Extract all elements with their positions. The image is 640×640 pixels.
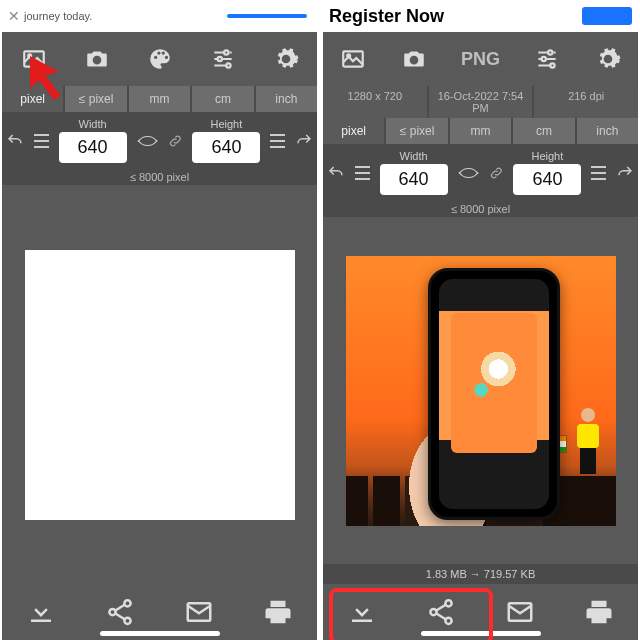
- size-bar: Width 640 Height 640: [323, 144, 638, 201]
- unit-pixel[interactable]: pixel: [323, 118, 384, 144]
- svg-point-4: [226, 63, 230, 67]
- image-meta: 1280 x 720 16-Oct-2022 7:54 PM 216 dpi: [323, 86, 638, 118]
- mail-icon[interactable]: [184, 597, 214, 627]
- width-label: Width: [400, 150, 428, 162]
- redo-icon[interactable]: [295, 130, 313, 152]
- unit-cm[interactable]: cm: [513, 118, 574, 144]
- screenshot-right: Register Now PNG 1280 x 720 16-Oct-2022 …: [323, 0, 638, 640]
- height-field: Height 640: [192, 118, 260, 163]
- blank-canvas[interactable]: [25, 250, 295, 520]
- unit-tabs: pixel ≤ pixel mm cm inch: [2, 86, 317, 112]
- swap-icon: [137, 134, 158, 148]
- canvas-area: [2, 185, 317, 584]
- ad-title: Register Now: [329, 6, 444, 27]
- canvas-area: [323, 217, 638, 564]
- link-icon[interactable]: [489, 164, 504, 182]
- unit-tabs: pixel ≤ pixel mm cm inch: [323, 118, 638, 144]
- top-toolbar: PNG: [323, 32, 638, 86]
- width-input[interactable]: 640: [59, 132, 127, 163]
- redo-icon[interactable]: [616, 162, 634, 184]
- bottom-toolbar: [2, 584, 317, 640]
- meta-dpi: 216 dpi: [534, 86, 638, 118]
- menu-icon-2[interactable]: [270, 134, 285, 148]
- svg-point-11: [347, 54, 350, 57]
- ad-banner: ✕ journey today.: [2, 0, 317, 32]
- home-indicator: [421, 631, 541, 636]
- file-size-info: 1.83 MB → 719.57 KB: [323, 564, 638, 584]
- gallery-icon[interactable]: [340, 46, 366, 72]
- sliders-icon[interactable]: [210, 46, 236, 72]
- meta-dimensions: 1280 x 720: [323, 86, 427, 118]
- unit-lte-pixel[interactable]: ≤ pixel: [386, 118, 447, 144]
- svg-point-3: [217, 57, 221, 61]
- sliders-icon[interactable]: [534, 46, 560, 72]
- swap-icon: [458, 166, 479, 180]
- iphone-mockup: [428, 268, 560, 520]
- undo-icon[interactable]: [327, 162, 345, 184]
- format-label[interactable]: PNG: [461, 49, 500, 70]
- width-input[interactable]: 640: [380, 164, 448, 195]
- size-limit: ≤ 8000 pixel: [2, 169, 317, 185]
- menu-icon[interactable]: [34, 134, 49, 148]
- svg-point-14: [551, 63, 555, 67]
- height-label: Height: [532, 150, 564, 162]
- gear-icon[interactable]: [595, 46, 621, 72]
- ad-cta[interactable]: [582, 7, 632, 25]
- gear-icon[interactable]: [273, 46, 299, 72]
- close-ad-icon[interactable]: ✕: [8, 8, 20, 24]
- height-input[interactable]: 640: [513, 164, 581, 195]
- print-icon[interactable]: [584, 597, 614, 627]
- svg-point-2: [224, 50, 228, 54]
- print-icon[interactable]: [263, 597, 293, 627]
- unit-inch[interactable]: inch: [256, 86, 317, 112]
- height-field: Height 640: [513, 150, 581, 195]
- menu-icon-2[interactable]: [591, 166, 606, 180]
- screenshot-left: ✕ journey today. pixel ≤ pixel mm cm inc…: [2, 0, 317, 640]
- height-label: Height: [211, 118, 243, 130]
- width-field: Width 640: [380, 150, 448, 195]
- camera-icon[interactable]: [401, 46, 427, 72]
- width-label: Width: [79, 118, 107, 130]
- unit-inch[interactable]: inch: [577, 118, 638, 144]
- unit-lte-pixel[interactable]: ≤ pixel: [65, 86, 126, 112]
- share-icon[interactable]: [426, 597, 456, 627]
- palette-icon[interactable]: [147, 46, 173, 72]
- download-icon[interactable]: [347, 597, 377, 627]
- camera-icon[interactable]: [84, 46, 110, 72]
- menu-icon[interactable]: [355, 166, 370, 180]
- height-input[interactable]: 640: [192, 132, 260, 163]
- svg-point-1: [28, 54, 31, 57]
- svg-point-12: [548, 50, 552, 54]
- top-toolbar: [2, 32, 317, 86]
- share-icon[interactable]: [105, 597, 135, 627]
- child-figure: [570, 408, 606, 478]
- meta-date: 16-Oct-2022 7:54 PM: [429, 86, 533, 118]
- unit-pixel[interactable]: pixel: [2, 86, 63, 112]
- unit-cm[interactable]: cm: [192, 86, 253, 112]
- gallery-icon[interactable]: [21, 46, 47, 72]
- mail-icon[interactable]: [505, 597, 535, 627]
- undo-icon[interactable]: [6, 130, 24, 152]
- ad-banner: Register Now: [323, 0, 638, 32]
- ad-progress: [227, 14, 307, 18]
- width-field: Width 640: [59, 118, 127, 163]
- home-indicator: [100, 631, 220, 636]
- svg-point-13: [542, 57, 546, 61]
- unit-mm[interactable]: mm: [450, 118, 511, 144]
- bottom-toolbar: [323, 584, 638, 640]
- image-preview[interactable]: [346, 256, 616, 526]
- size-limit: ≤ 8000 pixel: [323, 201, 638, 217]
- size-bar: Width 640 Height 640: [2, 112, 317, 169]
- link-icon[interactable]: [168, 132, 183, 150]
- unit-mm[interactable]: mm: [129, 86, 190, 112]
- download-icon[interactable]: [26, 597, 56, 627]
- ad-text: journey today.: [24, 10, 92, 22]
